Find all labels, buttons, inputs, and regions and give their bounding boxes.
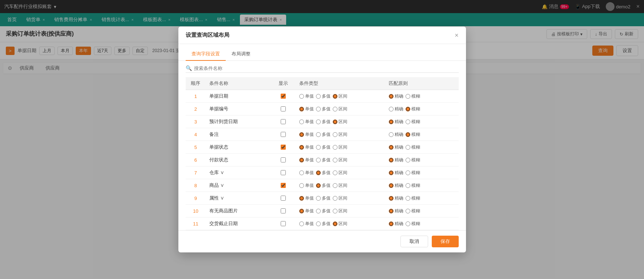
settings-modal: 设置查询区域布局 × 查询字段设置 布局调整 🔍 顺序 条件名称 显示 条件类型 [178, 27, 466, 77]
modal-tabs: 查询字段设置 布局调整 [178, 44, 466, 61]
modal-overlay: 设置查询区域布局 × 查询字段设置 布局调整 🔍 顺序 条件名称 显示 条件类型 [0, 0, 644, 77]
modal-close-button[interactable]: × [455, 32, 459, 39]
search-box: 🔍 [186, 65, 459, 73]
search-icon: 🔍 [186, 65, 192, 71]
modal-tab-layout[interactable]: 布局调整 [226, 48, 256, 61]
modal-title: 设置查询区域布局 [186, 32, 229, 39]
search-input[interactable] [194, 66, 267, 71]
modal-tab-fields[interactable]: 查询字段设置 [186, 48, 226, 61]
modal-header: 设置查询区域布局 × [178, 27, 466, 44]
